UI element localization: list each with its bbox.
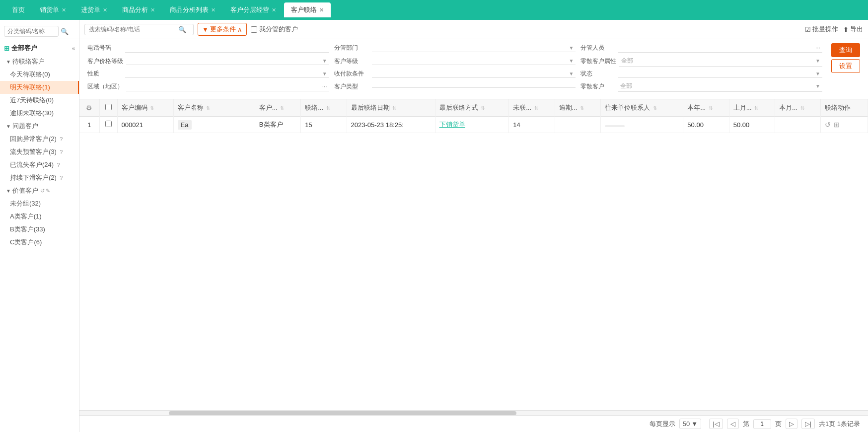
close-goods-analysis-list-icon[interactable]: ✕ — [211, 7, 216, 13]
my-customers-checkbox-label[interactable]: 我分管的客户 — [251, 25, 298, 34]
nav-goods-analysis-list[interactable]: 商品分析列表 ✕ — [163, 2, 222, 17]
row-checkbox-cell[interactable] — [99, 117, 117, 133]
nav-purchase[interactable]: 进货单 ✕ — [74, 2, 114, 17]
sidebar-item-type-a[interactable]: A类客户(1) — [0, 210, 79, 223]
sidebar-group-pending-contact[interactable]: ▼ 待联络客户 — [0, 55, 79, 68]
col-header-contact-count[interactable]: 联络... ⇅ — [301, 99, 347, 117]
sidebar-group-value-customers[interactable]: ▼ 价值客户 ↺ ✎ — [0, 184, 79, 197]
nav-goods-analysis[interactable]: 商品分析 ✕ — [115, 2, 162, 17]
edit-value-icon[interactable]: ✎ — [46, 188, 50, 194]
row-checkbox[interactable] — [105, 121, 112, 127]
sidebar-item-tomorrow-contact[interactable]: 明天待联络(1) — [0, 81, 79, 94]
first-page-btn[interactable]: |◁ — [709, 419, 723, 429]
col-header-last-contact-method[interactable]: 最后联络方式 ⇅ — [435, 99, 509, 117]
filter-row-1: 电话号码 分管部门 ▼ 分管人员 — [87, 43, 822, 53]
phone-input[interactable] — [125, 43, 329, 53]
customer-type-select[interactable] — [372, 85, 576, 88]
main-search-icon[interactable]: 🔍 — [178, 26, 186, 33]
row-this-month — [775, 117, 821, 133]
close-customer-layer-icon[interactable]: ✕ — [272, 7, 276, 13]
region-select[interactable]: ··· — [126, 82, 329, 91]
sidebar-item-type-c[interactable]: C类客户(6) — [0, 236, 79, 249]
main-toolbar: 🔍 ▼ 更多条件 ∧ 我分管的客户 ☑ 批量操作 ⬆ 导出 — [79, 20, 868, 39]
retail-customer-select[interactable]: 全部 ▼ — [618, 81, 822, 92]
col-header-this-year[interactable]: 本年... ⇅ — [683, 99, 729, 117]
set-button[interactable]: 设置 — [831, 59, 860, 73]
price-level-select[interactable]: ▼ — [126, 57, 329, 65]
col-header-uncontacted[interactable]: 未联... ⇅ — [509, 99, 555, 117]
nav-customer-contact[interactable]: 客户联络 ✕ — [284, 2, 331, 17]
retail-customer-arrow-icon: ▼ — [815, 83, 820, 89]
last-page-btn[interactable]: ▷| — [801, 419, 815, 429]
col-header-overdue[interactable]: 逾期... ⇅ — [555, 99, 600, 117]
sidebar-item-churn-warning[interactable]: 流失预警客户(3) ? — [0, 145, 79, 158]
main-layout: 🔍 ⊞ 全部客户 « ▼ 待联络客户 今天待联络(0) 明天待联络(1) 近7天… — [0, 20, 868, 432]
filter-panel: 电话号码 分管部门 ▼ 分管人员 — [79, 39, 868, 99]
export-btn[interactable]: ⬆ 导出 — [843, 25, 863, 34]
main-search-input[interactable] — [89, 26, 178, 33]
nav-home[interactable]: 首页 — [5, 2, 32, 17]
filter-customer-level: 客户等级 ▼ — [334, 57, 576, 66]
next-page-btn[interactable]: ▷ — [786, 419, 797, 429]
person-select[interactable]: ··· — [618, 43, 822, 53]
filter-customer-type: 客户类型 — [334, 82, 576, 91]
nature-select[interactable]: ▼ — [125, 70, 329, 78]
total-records-label: 共1页 1条记录 — [819, 420, 860, 429]
action-grid-icon[interactable]: ⊞ — [834, 121, 840, 129]
sidebar-item-churned[interactable]: 已流失客户(24) ? — [0, 158, 79, 171]
col-checkbox-header[interactable] — [99, 99, 117, 117]
close-goods-analysis-icon[interactable]: ✕ — [150, 7, 155, 13]
row-last-contact-method[interactable]: 下销货单 — [435, 117, 509, 133]
nav-customer-layer[interactable]: 客户分层经营 ✕ — [223, 2, 283, 17]
select-all-checkbox[interactable] — [105, 104, 112, 110]
more-filters-btn[interactable]: ▼ 更多条件 ∧ — [198, 23, 247, 36]
col-header-name[interactable]: 客户名称 ⇅ — [173, 99, 255, 117]
col-header-this-month[interactable]: 本月... ⇅ — [775, 99, 821, 117]
col-header-contact-person[interactable]: 往来单位联系人 ⇅ — [600, 99, 683, 117]
col-header-last-contact-date[interactable]: 最后联络日期 ⇅ — [347, 99, 435, 117]
sidebar-item-week-contact[interactable]: 近7天待联络(0) — [0, 94, 79, 107]
horizontal-scrollbar[interactable] — [79, 410, 868, 415]
filter-phone: 电话号码 — [87, 43, 329, 53]
sidebar-item-type-b[interactable]: B类客户(33) — [0, 223, 79, 236]
refresh-icon[interactable]: ↺ — [40, 188, 45, 194]
per-page-select[interactable]: 50 ▼ — [679, 419, 701, 429]
scrollbar-thumb[interactable] — [169, 411, 516, 415]
region-dots-icon[interactable]: ··· — [322, 83, 327, 90]
sort-this-year-icon: ⇅ — [709, 105, 713, 111]
sidebar-item-repurchase-abnormal[interactable]: 回购异常客户(2) ? — [0, 133, 79, 145]
dept-select[interactable]: ▼ — [372, 44, 576, 52]
batch-operation-btn[interactable]: ☑ 批量操作 — [805, 25, 838, 34]
payment-arrow-icon: ▼ — [569, 71, 574, 76]
prev-page-btn[interactable]: ◁ — [727, 419, 739, 429]
current-page-input[interactable] — [753, 419, 771, 429]
sidebar-search-icon[interactable]: 🔍 — [61, 28, 69, 35]
nav-sales[interactable]: 销货单 ✕ — [33, 2, 73, 17]
filter-retail-customer: 零散客户 全部 ▼ — [580, 81, 822, 92]
my-customers-checkbox[interactable] — [251, 26, 257, 33]
close-sales-icon[interactable]: ✕ — [62, 7, 66, 13]
col-header-customer-type[interactable]: 客户... ⇅ — [255, 99, 300, 117]
action-refresh-icon[interactable]: ↺ — [825, 121, 831, 129]
retail-attr-select[interactable]: 全部 ▼ — [619, 56, 822, 67]
main-search-box[interactable]: 🔍 — [84, 24, 194, 35]
sidebar-search-input[interactable] — [4, 26, 59, 37]
close-customer-contact-icon[interactable]: ✕ — [319, 7, 324, 13]
gear-settings-icon[interactable]: ⚙ — [86, 104, 92, 112]
payment-select[interactable]: ▼ — [372, 70, 576, 78]
person-dots-icon[interactable]: ··· — [815, 44, 820, 51]
sidebar-item-overdue-contact[interactable]: 逾期未联络(30) — [0, 107, 79, 120]
sidebar-item-today-contact[interactable]: 今天待联络(0) — [0, 68, 79, 81]
collapse-all-icon[interactable]: « — [72, 45, 75, 51]
sidebar-all-customers[interactable]: ⊞ 全部客户 « — [0, 41, 79, 55]
query-button[interactable]: 查询 — [831, 43, 860, 57]
sidebar-group-problem-customers[interactable]: ▼ 问题客户 — [0, 120, 79, 133]
col-header-last-month[interactable]: 上月... ⇅ — [729, 99, 775, 117]
row-overdue — [555, 117, 600, 133]
status-select[interactable]: ▼ — [618, 70, 822, 78]
customer-level-select[interactable]: ▼ — [372, 57, 576, 65]
sidebar-item-ungrouped[interactable]: 未分组(32) — [0, 197, 79, 210]
close-purchase-icon[interactable]: ✕ — [103, 7, 107, 13]
col-header-code[interactable]: 客户编码 ⇅ — [117, 99, 173, 117]
sidebar-item-declining[interactable]: 持续下滑客户(2) ? — [0, 171, 79, 184]
